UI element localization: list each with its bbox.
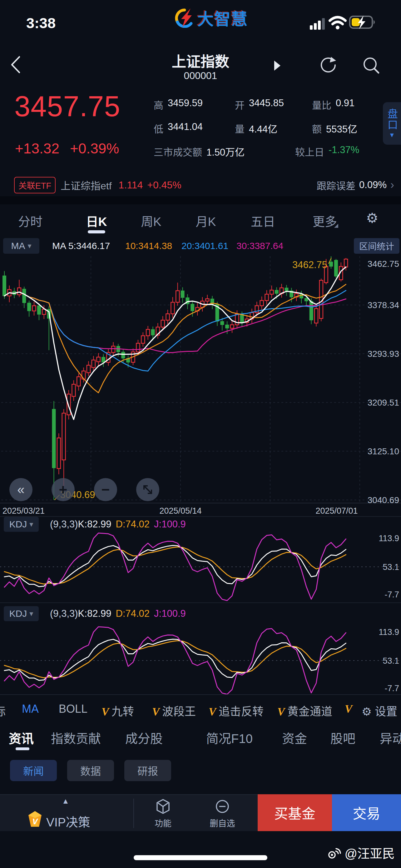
daily-k-chart[interactable]: 3462.753378.343293.933209.513125.103040.… — [0, 256, 401, 516]
home-indicator[interactable] — [134, 855, 267, 860]
range-stats-button[interactable]: 区间统计 — [354, 238, 399, 254]
pankou-arrow-icon: ▼ — [389, 131, 395, 139]
tracking-error: 跟踪误差 0.09% › — [317, 178, 394, 192]
ma5-value: MA 5:3446.17 — [52, 241, 110, 251]
zoom-in-button[interactable]: + — [52, 478, 75, 501]
nav-news[interactable]: 资讯 — [9, 728, 34, 747]
indicator-overflow-left[interactable]: 标 — [0, 703, 6, 719]
kdj-j-value: J:100.9 — [154, 608, 186, 619]
subtab-data[interactable]: 数据 — [67, 760, 114, 781]
svg-text:3378.34: 3378.34 — [368, 300, 399, 310]
subtab-reports[interactable]: 研报 — [124, 760, 171, 781]
stat-turnover: 三市成交额1.50万亿 — [154, 144, 244, 158]
kdj-k-value: K:82.99 — [78, 608, 111, 619]
svg-text:3462.75: 3462.75 — [292, 259, 327, 270]
subtab-news[interactable]: 新闻 — [10, 760, 57, 781]
indicator-overflow-right[interactable]: V — [345, 703, 355, 715]
nav-yidong[interactable]: 异动 — [380, 728, 401, 747]
chart-settings-gear-icon[interactable]: ⚙ — [366, 210, 378, 226]
remove-watchlist-icon[interactable] — [215, 799, 230, 814]
tab-more[interactable]: 更多 — [312, 212, 337, 229]
nav-f10[interactable]: 简况F10 — [206, 728, 253, 747]
indicator-jiuzhuan[interactable]: V九转 — [101, 703, 134, 719]
stat-vs-prev: 较上日-1.37% — [295, 144, 359, 158]
status-time: 3:38 — [26, 14, 76, 32]
svg-text:53.1: 53.1 — [382, 656, 399, 665]
battery-charging-icon — [349, 15, 377, 29]
svg-text:3293.93: 3293.93 — [368, 349, 399, 359]
kdj-params: (9,3,3) — [50, 519, 78, 530]
vip-v-icon: V — [101, 706, 109, 718]
kdj-params: (9,3,3) — [50, 608, 78, 619]
buy-fund-button[interactable]: 买基金 — [258, 794, 332, 831]
stat-amount: 额5535亿 — [312, 121, 357, 135]
svg-text:2025/07/01: 2025/07/01 — [315, 506, 358, 516]
kdj-k-value: K:82.99 — [78, 519, 111, 530]
svg-text:53.1: 53.1 — [382, 562, 399, 572]
svg-text:3462.75: 3462.75 — [368, 259, 399, 269]
nav-index-contrib[interactable]: 指数贡献 — [51, 728, 101, 747]
kdj-selector[interactable]: KDJ▾ — [4, 517, 39, 532]
etf-name: 上证综指etf — [61, 178, 112, 192]
dropdown-arrow-icon: ▾ — [29, 520, 33, 529]
nav-guba[interactable]: 股吧 — [330, 728, 356, 747]
svg-text:3209.51: 3209.51 — [368, 398, 399, 407]
kdj-header-1: KDJ▾ (9,3,3)K:82.99 D:74.02 J:100.9 — [0, 516, 401, 532]
ma30-value: 30:3387.64 — [236, 241, 283, 251]
logo-text: 大智慧 — [197, 6, 248, 30]
active-nav-underline — [15, 747, 29, 750]
nav-funds[interactable]: 资金 — [282, 728, 307, 747]
vip-decision-button[interactable]: VIP决策 — [46, 812, 90, 830]
expand-button[interactable] — [136, 478, 159, 501]
next-stock-icon[interactable] — [274, 61, 281, 71]
related-etf-row[interactable]: 关联ETF 上证综指etf 1.114 +0.45% 跟踪误差 0.09% › — [0, 175, 401, 195]
indicator-huangjintongdao[interactable]: V黄金通道 — [277, 703, 332, 719]
etf-badge: 关联ETF — [14, 177, 56, 193]
price-change: +13.32 — [15, 140, 59, 157]
functions-icon[interactable] — [156, 799, 170, 814]
weibo-icon — [327, 846, 342, 859]
tab-daily-k[interactable]: 日K — [86, 212, 107, 229]
indicator-boll[interactable]: BOLL — [59, 703, 88, 715]
tab-five-day[interactable]: 五日 — [251, 212, 275, 229]
divider — [0, 602, 401, 603]
nav-constituents[interactable]: 成分股 — [125, 728, 163, 747]
trade-button[interactable]: 交易 — [332, 794, 401, 831]
kdj-panel-1[interactable]: 113.953.1-7.7 — [0, 531, 401, 602]
rewind-button[interactable]: « — [9, 478, 32, 501]
stat-low: 低3441.04 — [154, 121, 203, 135]
functions-label[interactable]: 功能 — [155, 817, 171, 829]
kdj-d-value: D:74.02 — [115, 519, 149, 530]
ma-selector[interactable]: MA▾ — [3, 238, 39, 254]
indicator-settings[interactable]: ⚙ 设置 — [362, 703, 397, 719]
indicator-boduanwang[interactable]: V波段王 — [152, 703, 196, 719]
indicator-ma[interactable]: MA — [22, 703, 39, 715]
dzh-logo-icon — [175, 8, 194, 28]
remove-watchlist-label[interactable]: 删自选 — [210, 817, 235, 829]
stat-volratio: 量比0.91 — [312, 97, 355, 112]
expand-arrows-icon — [141, 484, 154, 496]
stock-code: 000001 — [0, 70, 401, 82]
stat-open: 开3445.85 — [235, 97, 284, 112]
svg-text:2025/03/21: 2025/03/21 — [2, 506, 45, 516]
vip-v-icon: V — [345, 703, 352, 715]
price-change-row: +13.32 +0.39% — [15, 140, 119, 157]
tab-minute[interactable]: 分时 — [18, 212, 42, 229]
refresh-icon[interactable] — [320, 56, 337, 74]
collapse-arrow-icon[interactable]: ▲ — [62, 797, 69, 806]
tab-monthly-k[interactable]: 月K — [196, 212, 216, 229]
ma10-value: 10:3414.38 — [125, 241, 172, 251]
svg-text:2025/05/14: 2025/05/14 — [159, 506, 201, 516]
search-icon[interactable] — [363, 57, 380, 74]
kdj-panel-2[interactable]: 113.953.1-7.7 — [0, 625, 401, 696]
etf-change: +0.45% — [147, 179, 181, 191]
dropdown-arrow-icon: ▾ — [28, 242, 31, 250]
zoom-out-button[interactable]: − — [94, 478, 117, 501]
kdj-selector[interactable]: KDJ▾ — [4, 606, 39, 621]
indicator-zhuijifanzhuan[interactable]: V追击反转 — [209, 703, 264, 719]
etf-price: 1.114 — [119, 179, 143, 191]
tab-weekly-k[interactable]: 周K — [141, 212, 161, 229]
pankou-tab[interactable]: 盘 口 ▼ — [383, 102, 401, 145]
kdj-header-2: KDJ▾ (9,3,3)K:82.99 D:74.02 J:100.9 — [0, 606, 401, 622]
wifi-icon — [329, 16, 347, 30]
